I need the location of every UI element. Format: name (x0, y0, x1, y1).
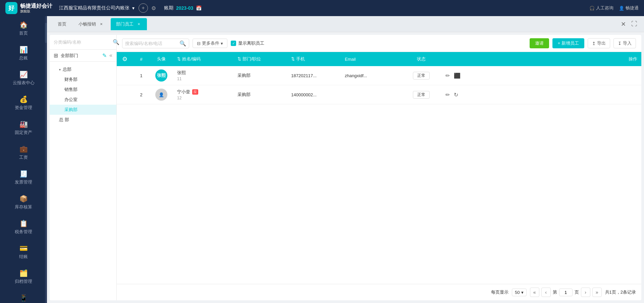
dept-collapse-icon[interactable]: « (109, 52, 112, 59)
tab-expand-btn[interactable]: ⛶ (630, 19, 639, 29)
sidebar-item-reports[interactable]: 📈 云报表中心 (0, 66, 47, 91)
table-row: 2 👤 宁小壹 (117, 85, 641, 104)
tab-close-window-btn[interactable]: ✕ (620, 19, 627, 29)
dept-header: ⊞ 全部部门 ✎ « (50, 50, 116, 62)
invite-btn[interactable]: 邀请 (530, 38, 549, 48)
sidebar-label-salary: 工资 (19, 154, 28, 160)
employee-table: ⚙ # 头像 ⇅ 姓名/编码 ⇅ 部门/职位 (117, 52, 641, 104)
dept-zongbu2-label: 总 部 (59, 117, 69, 123)
dept-purchase-label: 采购部 (64, 107, 77, 113)
page-prefix: 第 (553, 289, 557, 295)
table-header-row: ⚙ # 头像 ⇅ 姓名/编码 ⇅ 部门/职位 (117, 52, 641, 66)
add-emp-btn[interactable]: + 新增员工 (552, 38, 584, 48)
row1-index: 1 (133, 66, 150, 85)
th-name[interactable]: ⇅ 姓名/编码 (173, 52, 233, 66)
per-page-select[interactable]: 50 ▾ (512, 289, 526, 296)
th-status: 状态 (401, 52, 441, 66)
assets-icon: 🏭 (19, 120, 28, 128)
company-selector[interactable]: 江西服宝精品有限责任公司内账张 ▾ (59, 5, 135, 11)
page-input[interactable] (559, 289, 573, 296)
row1-phone: 187202117... (287, 66, 341, 85)
user-area[interactable]: 👤 畅捷通 (619, 5, 639, 11)
top-header: 好 畅捷通好会计 旗舰版 江西服宝精品有限责任公司内账张 ▾ + ⚙ 账期 20… (0, 0, 644, 16)
sidebar-item-invoice[interactable]: 🧾 发票管理 (0, 165, 47, 190)
sidebar-item-home[interactable]: 🏠 首页 (0, 16, 47, 41)
dept-header-actions: ✎ « (102, 52, 112, 59)
sidebar-item-assets[interactable]: 🏭 固定资产 (0, 115, 47, 140)
dept-item-zongbu[interactable]: ▾ 总部 (50, 64, 116, 74)
table-body: 1 张熙 张熙 11 (117, 66, 641, 104)
row1-status: 正常 (401, 66, 441, 85)
th-avatar: 头像 (150, 52, 173, 66)
import-btn[interactable]: ↧ 导入 (613, 38, 636, 48)
prev-page-btn[interactable]: ‹ (541, 288, 551, 297)
tab-expense-close[interactable]: × (99, 21, 104, 27)
dept-item-office[interactable]: 办公室 (50, 95, 116, 105)
settings-btn[interactable]: ⚙ (151, 5, 156, 11)
dept-item-sales[interactable]: 销售部 (50, 85, 116, 95)
period-label: 账期 (164, 5, 173, 11)
emp-search-input[interactable] (125, 41, 177, 46)
row2-phone: 140000002... (287, 85, 341, 104)
row1-dept: 采购部 (233, 66, 287, 85)
row1-exit-icon[interactable]: ⬛ (454, 72, 461, 79)
settings-th-icon[interactable]: ⚙ (122, 56, 127, 62)
row2-edit-icon[interactable]: ✏ (445, 92, 450, 98)
row1-avatar: 张熙 (155, 69, 167, 82)
sidebar-item-close[interactable]: 💳 结账 (0, 240, 47, 264)
tabs-bar: 首页 小畅报销 × 部门员工 × ✕ ⛶ (47, 16, 644, 32)
period-area: 账期 2023-03 📅 (164, 5, 202, 11)
dept-item-purchase[interactable]: 采购部 (50, 105, 116, 115)
tab-expense-label: 小畅报销 (78, 21, 96, 27)
emp-search-icon[interactable]: 🔍 (179, 40, 186, 47)
dept-all-label[interactable]: 全部部门 (61, 53, 100, 59)
sidebar-label-tax: 税务管理 (15, 229, 32, 235)
sidebar-item-tax[interactable]: 📋 税务管理 (0, 215, 47, 240)
company-dropdown-icon: ▾ (132, 5, 135, 11)
th-settings[interactable]: ⚙ (117, 52, 133, 66)
tab-home[interactable]: 首页 (52, 18, 72, 30)
sidebar-item-inventory[interactable]: 📦 库存核算 (0, 190, 47, 215)
dept-item-zongbu2[interactable]: 总 部 (50, 115, 116, 125)
calendar-icon[interactable]: 📅 (196, 5, 202, 11)
filter-btn[interactable]: ⊟ 更多条件 ▾ (193, 39, 227, 48)
row2-refresh-icon[interactable]: ↻ (454, 92, 458, 98)
dept-item-finance[interactable]: 财务部 (50, 74, 116, 85)
sidebar-item-archive[interactable]: 🗂️ 归档管理 (0, 264, 47, 289)
th-index: # (133, 52, 150, 66)
show-resigned-toggle[interactable]: ✓ 显示离职员工 (231, 40, 264, 46)
sidebar-item-expense[interactable]: 📱 小畅报销 (0, 289, 47, 303)
per-page-label: 每页显示 (491, 289, 508, 295)
last-page-btn[interactable]: » (592, 288, 602, 297)
tax-icon: 📋 (19, 219, 28, 228)
first-page-btn[interactable]: « (530, 288, 539, 297)
dept-tree: ▾ 总部 财务部 销售部 办公室 采购部 (50, 62, 116, 300)
sidebar-item-ledger[interactable]: 📊 总账 (0, 41, 47, 66)
row1-edit-icon[interactable]: ✏ (445, 72, 450, 79)
row1-email: zhangxidf... (341, 66, 401, 85)
dept-finance-label: 财务部 (64, 77, 77, 83)
total-records: 共1页，2条记录 (605, 289, 636, 295)
dept-search-input[interactable] (54, 40, 110, 45)
pagination-bar: 每页显示 50 ▾ « ‹ 第 页 › » 共1页，2条记录 (117, 284, 641, 300)
row2-code: 12 (177, 96, 229, 100)
th-dept[interactable]: ⇅ 部门/职位 (233, 52, 287, 66)
page-nav: « ‹ 第 页 › » (530, 288, 602, 297)
support-btn[interactable]: 🎧 人工咨询 (589, 5, 613, 11)
sidebar-item-salary[interactable]: 💼 工资 (0, 140, 47, 165)
export-btn[interactable]: ↥ 导出 (588, 38, 610, 48)
close-icon: 💳 (19, 244, 28, 252)
dept-add-icon[interactable]: ✎ (102, 52, 107, 59)
tab-department[interactable]: 部门员工 × (111, 18, 147, 30)
sidebar-item-funds[interactable]: 💰 资金管理 (0, 91, 47, 115)
add-company-btn[interactable]: + (139, 3, 148, 13)
resigned-checkbox[interactable]: ✓ (231, 41, 236, 46)
tab-expense[interactable]: 小畅报销 × (73, 18, 109, 30)
next-page-btn[interactable]: › (581, 288, 590, 297)
tab-home-label: 首页 (58, 21, 66, 27)
period-value: 2023-03 (176, 5, 193, 11)
tab-department-close[interactable]: × (136, 21, 142, 27)
app-name: 畅捷通好会计 (20, 3, 52, 9)
row2-actions: ✏ ↻ (441, 85, 641, 104)
th-phone[interactable]: ⇅ 手机 (287, 52, 341, 66)
